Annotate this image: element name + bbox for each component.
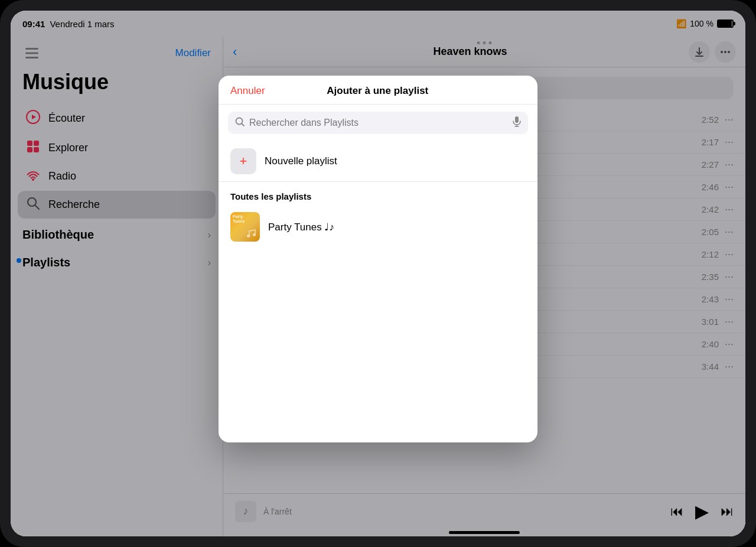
svg-point-23: [253, 233, 256, 236]
new-playlist-row[interactable]: + Nouvelle playlist: [219, 141, 537, 182]
playlist-thumb-label: PartyTunes: [233, 214, 245, 224]
search-icon: [235, 117, 245, 129]
modal-title: Ajouter à une playlist: [327, 85, 428, 97]
playlist-name: Party Tunes ♩♪: [268, 221, 334, 233]
microphone-icon[interactable]: [513, 116, 521, 129]
cancel-button[interactable]: Annuler: [230, 85, 265, 97]
playlist-search-bar[interactable]: [228, 112, 528, 134]
screen: 09:41 Vendredi 1 mars 📶 100 %: [11, 11, 745, 536]
add-to-playlist-modal: Annuler Ajouter à une playlist: [219, 76, 537, 442]
svg-line-18: [242, 123, 244, 126]
all-playlists-header: Toutes les playlists: [219, 182, 537, 206]
plus-icon: +: [230, 148, 256, 174]
modal-body: PartyTunes Party Tunes ♩♪: [219, 206, 537, 442]
playlist-item-party-tunes[interactable]: PartyTunes Party Tunes ♩♪: [219, 206, 537, 248]
search-input[interactable]: [249, 118, 508, 128]
playlist-thumbnail: PartyTunes: [230, 212, 260, 242]
svg-point-22: [247, 235, 250, 237]
modal-header: Annuler Ajouter à une playlist: [219, 76, 537, 105]
ipad-frame: 09:41 Vendredi 1 mars 📶 100 %: [0, 0, 756, 547]
new-playlist-label: Nouvelle playlist: [265, 155, 337, 167]
playlist-thumb-inner: PartyTunes: [230, 212, 260, 242]
svg-rect-19: [515, 116, 519, 123]
